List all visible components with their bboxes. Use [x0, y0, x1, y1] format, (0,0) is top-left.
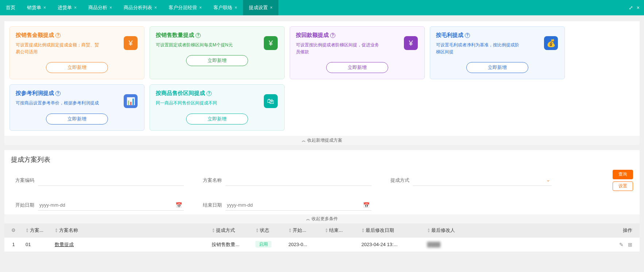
chevron-up-icon: ︽ [306, 217, 310, 221]
cell-start: 2023-0... [285, 237, 322, 252]
close-icon[interactable]: × [235, 5, 237, 10]
filter-start-date: 开始日期 📅 [11, 200, 184, 211]
add-button[interactable]: 立即新增 [326, 62, 388, 73]
close-icon[interactable]: × [74, 5, 77, 10]
help-icon[interactable]: ? [330, 33, 335, 38]
close-all-icon[interactable]: × [637, 5, 640, 11]
card-ref-profit: 按参考利润提成? 可按商品设置参考单价，根据参考利润提成 📊 立即新增 [9, 84, 144, 130]
name-input[interactable] [225, 175, 371, 186]
cell-end [322, 237, 358, 252]
tab-sales-order[interactable]: 销货单× [21, 0, 52, 15]
calendar-icon[interactable]: 📅 [363, 202, 370, 208]
plan-table: ⚙ ▲▼方案... ▲▼方案名称 ▲▼提成方式 ▲▼状态 ▲▼开始... ▲▼结… [4, 223, 640, 252]
col-name[interactable]: ▲▼方案名称 [52, 223, 209, 238]
filter-code: 方案编码 [11, 175, 184, 186]
cell-code: 01 [23, 237, 52, 252]
tab-bar: 首页 销货单× 进货单× 商品分析× 商品分析列表× 客户分层经营× 客户联络×… [0, 0, 644, 15]
filter-label: 开始日期 [11, 202, 34, 208]
tab-customer-tier[interactable]: 客户分层经营× [163, 0, 208, 15]
collapse-cards-bar[interactable]: ︽收起新增提成方案 [4, 136, 640, 145]
tab-commission-settings[interactable]: 提成设置× [243, 0, 278, 15]
status-badge: 启用 [255, 241, 271, 248]
cell-idx: 1 [4, 237, 23, 252]
settings-button[interactable]: 设置 [613, 181, 633, 191]
filters: 方案编码 方案名称 提成方式 ⌄ 查询 设置 开始日期 📅 结束日期 [11, 170, 633, 211]
filter-end-date: 结束日期 📅 [198, 200, 371, 211]
help-icon[interactable]: ? [207, 91, 212, 96]
more-icon[interactable]: ⊞ [628, 242, 632, 248]
calendar-icon[interactable]: 📅 [176, 202, 182, 208]
col-type[interactable]: ▲▼提成方式 [209, 223, 252, 238]
collapse-filters-bar[interactable]: ︽收起更多条件 [4, 214, 640, 223]
cell-mod-date: 2023-04-24 13:... [358, 237, 424, 252]
card-desc: 可设置按比例提或者阶梯区间提，促进业务员催款 [296, 42, 380, 55]
card-desc: 可设置固定或者阶梯区间每卖M个提N元 [156, 42, 240, 49]
chevron-up-icon: ︽ [302, 138, 306, 142]
tab-product-analysis[interactable]: 商品分析× [82, 0, 118, 15]
money-icon: ¥ [264, 36, 278, 50]
bag-money-icon: 💰 [544, 36, 558, 50]
money-icon: ¥ [124, 36, 138, 50]
end-date-input[interactable] [225, 200, 371, 211]
code-input[interactable] [38, 175, 184, 186]
help-icon[interactable]: ? [196, 33, 201, 38]
plan-name-link[interactable]: 数量提成 [55, 242, 74, 247]
close-icon[interactable]: × [270, 5, 273, 10]
add-button[interactable]: 立即新增 [186, 55, 248, 66]
filter-label: 方案名称 [198, 177, 222, 184]
add-button[interactable]: 立即新增 [186, 114, 248, 124]
tab-product-analysis-list[interactable]: 商品分析列表× [118, 0, 163, 15]
commission-type-cards: 按销售金额提成? 可设置提成比例或固定提成金额；商贸、贸易公司适用 ¥ 立即新增… [4, 21, 640, 136]
gear-icon[interactable]: ⚙ [11, 227, 16, 233]
add-button[interactable]: 立即新增 [46, 114, 108, 124]
col-start[interactable]: ▲▼开始... [285, 223, 322, 238]
card-sales-qty: 按销售数量提成? 可设置固定或者阶梯区间每卖M个提N元 ¥ 立即新增 [150, 26, 285, 79]
filter-type: 提成方式 ⌄ [386, 175, 552, 186]
card-title: 按销售数量提成 [156, 32, 194, 39]
close-icon[interactable]: × [199, 5, 202, 10]
card-title: 按参考利润提成 [16, 90, 54, 97]
chart-icon: 📊 [124, 94, 138, 108]
close-icon[interactable]: × [109, 5, 112, 10]
card-desc: 可设置毛利或者净利为基准，按比例提或阶梯区间提 [436, 42, 520, 55]
help-icon[interactable]: ? [55, 33, 61, 38]
col-end[interactable]: ▲▼结束... [322, 223, 358, 238]
tab-home[interactable]: 首页 [0, 0, 21, 15]
card-price-range: 按商品售价区间提成? 同一商品不同售价区间提成不同 🛍 立即新增 [150, 84, 285, 130]
chevron-down-icon[interactable]: ⌄ [546, 177, 550, 183]
cell-mod-by: ████ [427, 242, 440, 247]
tab-customer-contact[interactable]: 客户联络× [208, 0, 243, 15]
edit-icon[interactable]: ✎ [619, 242, 624, 248]
col-ops: 操作 [607, 223, 640, 238]
start-date-input[interactable] [38, 200, 184, 211]
tab-purchase-order[interactable]: 进货单× [52, 0, 82, 15]
card-desc: 可按商品设置参考单价，根据参考利润提成 [16, 100, 100, 107]
col-mod-by[interactable]: ▲▼最后修改人 [424, 223, 607, 238]
shopping-icon: 🛍 [264, 94, 278, 108]
cell-type: 按销售数量... [209, 237, 252, 252]
card-gross-profit: 按毛利提成? 可设置毛利或者净利为基准，按比例提或阶梯区间提 💰 立即新增 [430, 26, 565, 79]
card-title: 按回款额提成 [296, 32, 329, 39]
fullscreen-icon[interactable]: ⤢ [629, 5, 633, 11]
table-header-row: ⚙ ▲▼方案... ▲▼方案名称 ▲▼提成方式 ▲▼状态 ▲▼开始... ▲▼结… [4, 223, 640, 238]
table-row[interactable]: 1 01 数量提成 按销售数量... 启用 2023-0... 2023-04-… [4, 237, 640, 252]
add-button[interactable]: 立即新增 [46, 62, 108, 73]
search-button[interactable]: 查询 [613, 170, 633, 179]
close-icon[interactable]: × [43, 5, 46, 10]
help-icon[interactable]: ? [55, 91, 61, 96]
filter-buttons: 查询 设置 [613, 170, 633, 191]
add-button[interactable]: 立即新增 [466, 62, 528, 73]
filter-label: 提成方式 [386, 177, 409, 184]
card-sales-amount: 按销售金额提成? 可设置提成比例或固定提成金额；商贸、贸易公司适用 ¥ 立即新增 [9, 26, 144, 79]
col-code[interactable]: ▲▼方案... [23, 223, 52, 238]
filter-label: 方案编码 [11, 177, 34, 184]
close-icon[interactable]: × [154, 5, 157, 10]
help-icon[interactable]: ? [465, 33, 470, 38]
card-desc: 同一商品不同售价区间提成不同 [156, 100, 240, 107]
card-title: 按销售金额提成 [16, 32, 54, 39]
type-select[interactable] [413, 175, 552, 186]
card-desc: 可设置提成比例或固定提成金额；商贸、贸易公司适用 [16, 42, 100, 55]
plan-list-section: 提成方案列表 方案编码 方案名称 提成方式 ⌄ 查询 设置 开始日期 📅 [4, 150, 640, 214]
col-status[interactable]: ▲▼状态 [252, 223, 285, 238]
col-mod-date[interactable]: ▲▼最后修改日期 [358, 223, 424, 238]
